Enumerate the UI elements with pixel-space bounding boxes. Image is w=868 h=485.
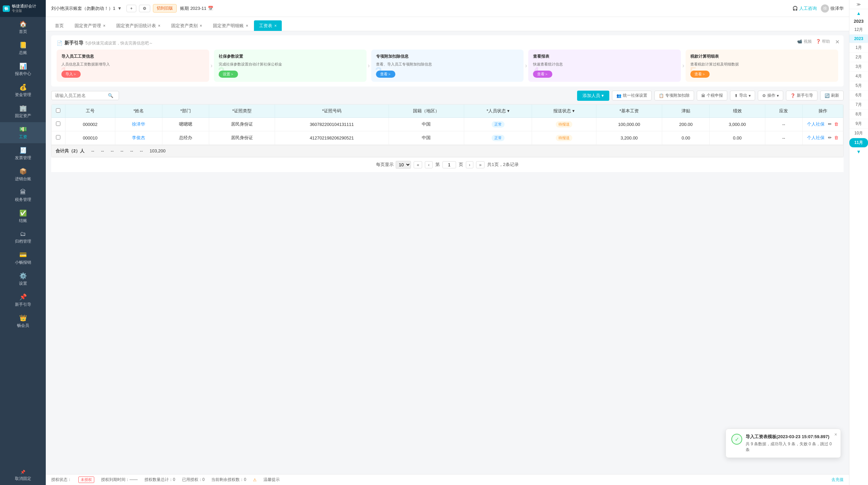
toast-close-button[interactable]: ×: [834, 432, 837, 437]
sidebar-item-home[interactable]: 🏠 首页: [0, 17, 46, 38]
row-select-0[interactable]: [56, 122, 60, 126]
account-selector[interactable]: 刘小艳演示账套（勿删勿动！）1 ▼: [51, 5, 122, 12]
export-button[interactable]: ⬆ 导出 ▾: [730, 91, 755, 100]
row-name-0[interactable]: 徐泽华: [115, 117, 162, 131]
row-edit-icon-1[interactable]: ✏: [828, 135, 832, 140]
year-prev-button[interactable]: ▲: [856, 11, 861, 16]
sidebar-footer[interactable]: 📌 取消固定: [0, 466, 46, 485]
operation-button[interactable]: ⚙ 操作 ▾: [758, 91, 783, 100]
sidebar-item-settings[interactable]: ⚙️ 设置: [0, 269, 46, 290]
recharge-link[interactable]: 去充值: [831, 477, 844, 483]
sidebar-item-member[interactable]: 👑 畅会员: [0, 311, 46, 332]
month-item-3[interactable]: 2月: [849, 53, 868, 62]
new-guide-button[interactable]: ❓ 新手引导: [786, 91, 817, 100]
sidebar-item-assets[interactable]: 🏢 固定资产: [0, 101, 46, 122]
archive-icon: 🗂: [20, 230, 26, 238]
month-item-9[interactable]: 8月: [849, 110, 868, 119]
sidebar-item-funds[interactable]: 💰 资金管理: [0, 80, 46, 101]
user-menu[interactable]: 徐 徐泽华: [821, 4, 844, 13]
guide-step-4: 查看报表 快速查看统计信息 查看＞ 4: [528, 50, 681, 82]
tab-close-assets[interactable]: ×: [103, 23, 105, 28]
month-item-0[interactable]: 12月: [849, 25, 868, 35]
row-status-0: 正常: [464, 117, 532, 131]
sidebar-item-tax[interactable]: 🏛 税务管理: [0, 185, 46, 206]
row-edit-icon-0[interactable]: ✏: [828, 122, 832, 127]
sidebar-item-expense2[interactable]: 💳 小畅报销: [0, 248, 46, 269]
tab-label-detail: 固定资产明细账: [213, 23, 244, 29]
tab-close-depreciation[interactable]: ×: [158, 23, 160, 28]
first-page-button[interactable]: «: [414, 161, 422, 168]
deduction-button[interactable]: 📋 专项附加扣除: [654, 91, 694, 100]
guide-banner: 📄 新手引导 5步快速完成设置，快去完善信息吧～ 导入员工工资信息 人员信息及工…: [51, 35, 844, 87]
sidebar-item-close[interactable]: ✅ 结账: [0, 206, 46, 227]
next-page-button[interactable]: ›: [466, 161, 473, 168]
month-item-10[interactable]: 9月: [849, 119, 868, 129]
th-calc: 应发: [765, 105, 802, 118]
th-id-no: *证照号码: [275, 105, 389, 118]
sidebar-item-expense[interactable]: 🧾 发票管理: [0, 143, 46, 164]
month-item-11[interactable]: 10月: [849, 129, 868, 138]
page-number-input[interactable]: [442, 161, 456, 168]
service-button[interactable]: 🎧 人工咨询: [792, 5, 817, 12]
sidebar-item-guide[interactable]: 📌 新手引导: [0, 290, 46, 311]
period-label: 账期: [180, 5, 189, 12]
social-insurance-button[interactable]: 👥 统一社保设置: [612, 91, 652, 100]
sidebar-item-reports[interactable]: 📊 报表中心: [0, 59, 46, 80]
month-item-8[interactable]: 7月: [849, 100, 868, 110]
table-footer: 合计共（2）人 -- -- -- -- -- -- 103,200: [52, 145, 843, 157]
row-select-1[interactable]: [56, 135, 60, 139]
inventory-icon: 📦: [19, 168, 27, 175]
guide-subtitle: 5步快速完成设置，快去完善信息吧～: [85, 40, 153, 46]
tab-category[interactable]: 固定资产类别×: [166, 20, 207, 31]
year-next-button[interactable]: ▼: [856, 149, 861, 154]
refresh-button[interactable]: 🔄 刷新: [820, 91, 844, 100]
tab-close-category[interactable]: ×: [200, 23, 202, 28]
month-item-4[interactable]: 3月: [849, 62, 868, 72]
auth-status-label: 授权状态：: [51, 477, 72, 483]
tab-close-payroll[interactable]: ×: [274, 23, 277, 28]
tab-depreciation[interactable]: 固定资产折旧统计表×: [111, 20, 165, 31]
sidebar-item-archive[interactable]: 🗂 归档管理: [0, 227, 46, 248]
settings-button[interactable]: ⚙: [139, 5, 150, 12]
add-account-button[interactable]: +: [126, 5, 136, 12]
tab-detail[interactable]: 固定资产明细账×: [208, 20, 253, 31]
help-link[interactable]: ❓ 帮助: [816, 39, 830, 44]
per-page-select[interactable]: 10 20 50: [396, 161, 411, 169]
tax-button[interactable]: 🏛 个税申报: [697, 91, 727, 100]
row-name-1[interactable]: 李俊杰: [115, 131, 162, 145]
topbar-right: 🎧 人工咨询 徐 徐泽华: [792, 4, 844, 13]
video-link[interactable]: 📹 视频: [797, 39, 811, 44]
month-item-2[interactable]: 1月: [849, 43, 868, 53]
row-action-link-0[interactable]: 个人社保: [807, 122, 825, 127]
add-person-button[interactable]: 添加人员 ▾: [577, 91, 609, 101]
row-delete-icon-0[interactable]: 🗑: [834, 122, 839, 127]
tab-payroll[interactable]: 工资表×: [254, 20, 282, 31]
tab-home[interactable]: 首页: [50, 20, 69, 31]
sidebar-item-ledger[interactable]: 📒 总账: [0, 38, 46, 59]
total-pages: 共1页，2条记录: [487, 162, 518, 168]
row-nation-0: 中国: [389, 117, 464, 131]
month-item-6[interactable]: 5月: [849, 81, 868, 91]
th-report-status: 报送状态 ▾: [532, 105, 596, 118]
period-selector[interactable]: 账期 2023-11 📅: [180, 5, 213, 12]
month-item-7[interactable]: 6月: [849, 91, 868, 100]
unpin-icon: 📌: [20, 470, 25, 474]
sidebar-item-payroll[interactable]: 💵 工资: [0, 122, 46, 143]
search-input[interactable]: [55, 93, 106, 98]
last-page-button[interactable]: »: [476, 161, 485, 168]
guide-close-button[interactable]: ✕: [835, 39, 840, 45]
step-desc-3: 查看、导入员工专项附加扣除信息: [376, 61, 519, 67]
version-toggle-button[interactable]: 切到旧版: [153, 4, 177, 13]
row-action-link-1[interactable]: 个人社保: [807, 135, 825, 140]
panel-close[interactable]: ≫: [849, 0, 868, 9]
month-item-active[interactable]: 11月: [849, 138, 868, 148]
month-item-5[interactable]: 4月: [849, 72, 868, 81]
tab-close-detail[interactable]: ×: [246, 23, 248, 28]
sidebar-item-inventory[interactable]: 📦 进销台账: [0, 164, 46, 185]
row-delete-icon-1[interactable]: 🗑: [834, 135, 839, 140]
search-box[interactable]: 🔍: [51, 91, 119, 100]
select-all-checkbox[interactable]: [56, 108, 60, 113]
tab-assets[interactable]: 固定资产管理×: [70, 20, 111, 31]
prev-page-button[interactable]: ‹: [425, 161, 432, 168]
row-calc-1: --: [765, 131, 802, 145]
